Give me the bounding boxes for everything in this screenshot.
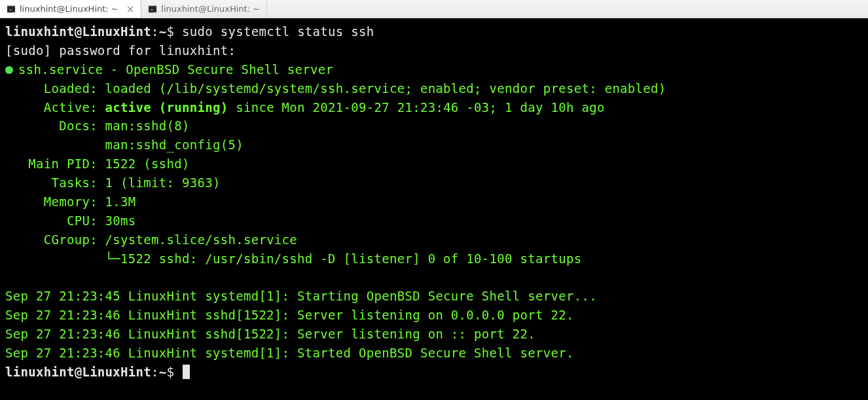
log-line: Sep 27 21:23:46 LinuxHint sshd[1522]: Se… [5, 306, 863, 325]
terminal-output[interactable]: linuxhint@LinuxHint:~$ sudo systemctl st… [0, 18, 868, 386]
status-label: Docs: [5, 118, 105, 133]
terminal-icon: >_ [7, 5, 16, 14]
svg-text:>_: >_ [151, 7, 156, 12]
command-text: sudo systemctl status ssh [182, 24, 374, 39]
log-line: Sep 27 21:23:45 LinuxHint systemd[1]: St… [5, 287, 863, 306]
status-label: Main PID: [5, 156, 105, 171]
service-header: ssh.service - OpenBSD Secure Shell serve… [5, 60, 863, 79]
cpu-line: CPU: 30ms [5, 211, 863, 230]
docs-value: man:sshd(8) [105, 118, 190, 133]
memory-line: Memory: 1.3M [5, 192, 863, 211]
prompt-path: ~ [159, 365, 167, 379]
tab-label: linuxhint@LinuxHint: ~ [161, 4, 260, 14]
tasks-line: Tasks: 1 (limit: 9363) [5, 173, 863, 192]
cursor [183, 365, 190, 379]
active-line: Active: active (running) since Mon 2021-… [5, 98, 863, 117]
cpu-value: 30ms [105, 213, 136, 228]
prompt-line-2: linuxhint@LinuxHint:~$ [5, 363, 863, 382]
docs-line: Docs: man:sshd(8) [5, 117, 863, 136]
status-label: Active: [5, 100, 105, 115]
cgroup-value: /system.slice/ssh.service [105, 232, 297, 247]
service-name: ssh.service - OpenBSD Secure Shell serve… [18, 62, 333, 77]
active-status: active (running) [105, 100, 228, 115]
mainpid-value: 1522 (sshd) [105, 156, 190, 171]
log-line: Sep 27 21:23:46 LinuxHint sshd[1522]: Se… [5, 325, 863, 344]
log-line: Sep 27 21:23:46 LinuxHint systemd[1]: St… [5, 344, 863, 363]
cgroup-tree: └─1522 sshd: /usr/sbin/sshd -D [listener… [5, 249, 863, 268]
memory-value: 1.3M [105, 194, 136, 209]
prompt-line: linuxhint@LinuxHint:~$ sudo systemctl st… [5, 22, 863, 41]
status-label: CGroup: [5, 232, 105, 247]
tab-label: linuxhint@LinuxHint: ~ [20, 4, 118, 14]
active-since: since Mon 2021-09-27 21:23:46 -03; 1 day… [228, 100, 604, 115]
loaded-line: Loaded: loaded (/lib/systemd/system/ssh.… [5, 79, 863, 98]
close-icon[interactable]: × [126, 3, 135, 15]
tab-terminal-1[interactable]: >_ linuxhint@LinuxHint: ~ × [0, 0, 141, 18]
status-label: Loaded: [5, 81, 105, 96]
status-dot-icon [5, 66, 13, 74]
mainpid-line: Main PID: 1522 (sshd) [5, 155, 863, 173]
status-label: Memory: [5, 194, 105, 209]
status-label: CPU: [5, 213, 105, 228]
tab-terminal-2[interactable]: >_ linuxhint@LinuxHint: ~ [141, 0, 267, 18]
tasks-value: 1 (limit: 9363) [105, 175, 221, 190]
prompt-userhost: linuxhint@LinuxHint [5, 365, 151, 379]
terminal-icon: >_ [148, 5, 157, 14]
prompt-path: ~ [159, 24, 167, 39]
window-titlebar: >_ linuxhint@LinuxHint: ~ × >_ linuxhint… [0, 0, 868, 18]
cgroup-line: CGroup: /system.slice/ssh.service [5, 230, 863, 249]
docs-line-2: man:sshd_config(5) [5, 136, 863, 155]
status-value: loaded (/lib/systemd/system/ssh.service;… [105, 81, 666, 96]
sudo-prompt: [sudo] password for linuxhint: [5, 41, 863, 60]
prompt-symbol: $ [167, 24, 175, 39]
blank-line [5, 268, 863, 287]
prompt-symbol: $ [167, 365, 175, 379]
prompt-userhost: linuxhint@LinuxHint [5, 24, 151, 39]
status-label: Tasks: [5, 175, 105, 190]
svg-text:>_: >_ [9, 7, 15, 12]
